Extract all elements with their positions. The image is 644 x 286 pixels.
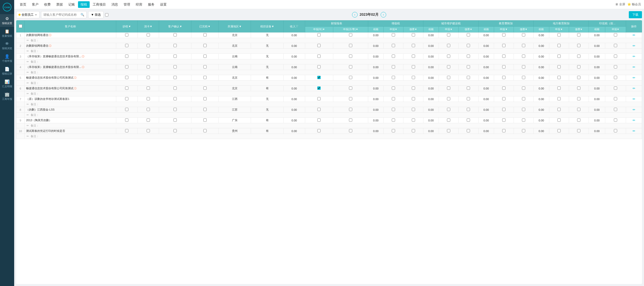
row-checkbox[interactable] bbox=[147, 97, 150, 100]
th-zzs-shen[interactable]: 申报▼ bbox=[384, 27, 403, 32]
download-button[interactable]: 下载 bbox=[629, 11, 642, 18]
status-checkbox[interactable] bbox=[577, 33, 580, 37]
prev-month-button[interactable]: ‹ bbox=[352, 12, 358, 17]
row-checkbox[interactable] bbox=[203, 86, 207, 90]
th-caibao-year[interactable]: 申报(年)▼ bbox=[305, 27, 333, 32]
status-checkbox[interactable] bbox=[522, 55, 525, 58]
df-shen-cell[interactable] bbox=[549, 128, 569, 134]
df-jiao-cell[interactable] bbox=[569, 43, 589, 49]
status-checkbox[interactable] bbox=[577, 118, 580, 122]
status-checkbox[interactable] bbox=[502, 76, 505, 79]
zzs-jiao-cell[interactable] bbox=[403, 107, 423, 113]
wanjishu-cell[interactable] bbox=[191, 96, 218, 102]
df-shen-cell[interactable] bbox=[549, 118, 569, 123]
sidebar-item-baoshuishezhi[interactable]: ⚙ 报税设置 bbox=[0, 14, 14, 27]
zzs-jiao-cell[interactable] bbox=[403, 75, 423, 81]
th-shuikong[interactable]: 税控设备▼ bbox=[251, 21, 284, 32]
nav-business[interactable]: 工商项目 bbox=[90, 1, 108, 8]
status-checkbox[interactable] bbox=[522, 76, 525, 79]
note-content-cell[interactable]: ✏ 备注： bbox=[25, 102, 642, 107]
jy-shen-cell[interactable] bbox=[494, 86, 514, 91]
df-jiao-cell[interactable] bbox=[569, 107, 589, 113]
th-qingka[interactable]: 清卡▼ bbox=[138, 21, 159, 32]
qingka-cell[interactable] bbox=[138, 32, 159, 38]
th-cs-jiao[interactable]: 缴费▼ bbox=[459, 27, 478, 32]
wanjishu-cell[interactable] bbox=[191, 43, 218, 49]
df-jiao-cell[interactable] bbox=[569, 32, 589, 38]
row-checkbox[interactable] bbox=[173, 97, 177, 100]
zzs-jiao-cell[interactable] bbox=[403, 128, 423, 134]
employee-filter-select[interactable]: 全部员工 ▼ bbox=[16, 11, 40, 18]
edit-row-btn[interactable]: ✏ bbox=[633, 108, 635, 112]
nav-service[interactable]: 服务 bbox=[145, 1, 157, 8]
status-checkbox[interactable] bbox=[317, 76, 321, 79]
status-checkbox[interactable] bbox=[522, 86, 525, 90]
row-checkbox[interactable] bbox=[203, 33, 207, 37]
mingxizhangset-checkbox[interactable] bbox=[105, 13, 108, 16]
jy-jiao-cell[interactable] bbox=[514, 32, 534, 38]
df-shen-cell[interactable] bbox=[549, 86, 569, 91]
qingka-cell[interactable] bbox=[138, 43, 159, 49]
status-checkbox[interactable] bbox=[317, 108, 321, 111]
df-jiao-cell[interactable] bbox=[569, 64, 589, 70]
status-checkbox[interactable] bbox=[412, 76, 415, 79]
status-checkbox[interactable] bbox=[502, 118, 505, 122]
status-checkbox[interactable] bbox=[349, 97, 352, 100]
wanjishu-cell[interactable] bbox=[191, 32, 218, 38]
edit-row-btn[interactable]: ✏ bbox=[633, 97, 635, 101]
caibao-month-cell[interactable] bbox=[333, 75, 368, 81]
edit-row-btn[interactable]: ✏ bbox=[633, 76, 635, 80]
queren-cell[interactable] bbox=[159, 64, 191, 70]
zzs-shen-cell[interactable] bbox=[384, 107, 403, 113]
yh-shen-cell[interactable] bbox=[605, 64, 626, 70]
row-checkbox[interactable] bbox=[173, 55, 177, 58]
nav-invoice[interactable]: 票据 bbox=[54, 1, 65, 8]
status-checkbox[interactable] bbox=[349, 108, 352, 111]
action-cell[interactable]: ✏ bbox=[626, 86, 642, 91]
row-checkbox[interactable] bbox=[203, 65, 207, 68]
qingka-cell[interactable] bbox=[138, 75, 159, 81]
zzs-shen-cell[interactable] bbox=[384, 43, 403, 49]
nav-homepage[interactable]: 首页 bbox=[17, 1, 29, 8]
action-cell[interactable]: ✏ bbox=[626, 54, 642, 59]
caibao-year-cell[interactable] bbox=[305, 54, 333, 59]
th-jy-shen[interactable]: 申报▼ bbox=[494, 27, 514, 32]
status-checkbox[interactable] bbox=[614, 129, 617, 132]
status-checkbox[interactable] bbox=[577, 97, 580, 100]
cs-jiao-cell[interactable] bbox=[459, 96, 478, 102]
status-checkbox[interactable] bbox=[467, 86, 470, 90]
status-checkbox[interactable] bbox=[447, 97, 450, 100]
row-checkbox[interactable] bbox=[125, 76, 128, 79]
th-df-jiao[interactable]: 缴费▼ bbox=[569, 27, 589, 32]
row-checkbox[interactable] bbox=[203, 108, 207, 111]
status-checkbox[interactable] bbox=[349, 86, 352, 90]
status-checkbox[interactable] bbox=[447, 55, 450, 58]
status-checkbox[interactable] bbox=[467, 44, 470, 47]
status-checkbox[interactable] bbox=[614, 97, 617, 100]
row-checkbox[interactable] bbox=[203, 55, 207, 58]
row-checkbox[interactable] bbox=[147, 65, 150, 68]
status-checkbox[interactable] bbox=[447, 65, 450, 68]
cs-jiao-cell[interactable] bbox=[459, 75, 478, 81]
row-checkbox[interactable] bbox=[203, 97, 207, 100]
row-checkbox[interactable] bbox=[203, 118, 207, 122]
queren-cell[interactable] bbox=[159, 32, 191, 38]
status-checkbox[interactable] bbox=[447, 76, 450, 79]
action-cell[interactable]: ✏ bbox=[626, 118, 642, 123]
status-checkbox[interactable] bbox=[349, 55, 352, 58]
note-content-cell[interactable]: ✏ 备注： bbox=[25, 113, 642, 118]
status-checkbox[interactable] bbox=[502, 108, 505, 111]
note-content-cell[interactable]: ✏ 备注： bbox=[25, 70, 642, 75]
df-shen-cell[interactable] bbox=[549, 32, 569, 38]
status-checkbox[interactable] bbox=[557, 33, 561, 37]
qingka-cell[interactable] bbox=[138, 107, 159, 113]
jy-jiao-cell[interactable] bbox=[514, 96, 534, 102]
jy-shen-cell[interactable] bbox=[494, 96, 514, 102]
jy-jiao-cell[interactable] bbox=[514, 118, 534, 123]
status-checkbox[interactable] bbox=[467, 97, 470, 100]
status-checkbox[interactable] bbox=[557, 108, 561, 111]
status-checkbox[interactable] bbox=[522, 108, 525, 111]
qingka-cell[interactable] bbox=[138, 64, 159, 70]
df-shen-cell[interactable] bbox=[549, 64, 569, 70]
wanjishu-cell[interactable] bbox=[191, 64, 218, 70]
